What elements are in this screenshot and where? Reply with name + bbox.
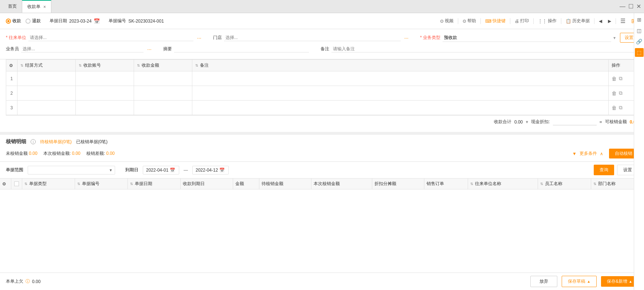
cell-amount-1[interactable] [134, 71, 192, 86]
cell-settlement-3[interactable] [17, 101, 75, 115]
sidebar-icon-3[interactable]: 🔗 [635, 37, 644, 46]
delete-icon-2[interactable]: 🗑 [612, 90, 617, 96]
counterpart-input[interactable] [28, 34, 193, 41]
filter-row: 单据范围 ▾ 到期日 2022-04-01 📅 — 2022-04-12 📅 查… [0, 161, 644, 179]
help-btn[interactable]: ⊙ 帮助 [460, 17, 478, 25]
more-conditions-label[interactable]: 更多条件 [580, 150, 597, 157]
done-tab[interactable]: 已核销单据(0笔) [76, 139, 108, 145]
copy-icon-2[interactable]: ⧉ [619, 90, 623, 96]
shortcut-btn[interactable]: ⌨ 快捷键 [483, 17, 508, 25]
date-to-input[interactable]: 2022-04-12 📅 [192, 166, 229, 175]
sort-icon-remarks[interactable]: ⇅ [195, 63, 198, 67]
cell-account-1[interactable] [75, 71, 134, 86]
cell-account-2[interactable] [75, 86, 134, 101]
menu-icon-btn[interactable]: ☰ [618, 17, 628, 25]
sort2-counterpart[interactable]: ⇅ [470, 182, 473, 186]
sort2-date[interactable]: ⇅ [130, 182, 133, 186]
store-input[interactable] [224, 34, 401, 41]
ops-btn[interactable]: ⋮⋮ 操作 [536, 17, 559, 25]
staff-more-btn[interactable]: ··· [147, 46, 152, 52]
biz-type-value[interactable]: 预收款 [443, 34, 611, 42]
counterpart-more-btn[interactable]: ··· [197, 35, 201, 41]
biz-type-label: 业务类型 [420, 35, 440, 41]
th-settings[interactable]: ⚙ [6, 60, 17, 71]
history-btn[interactable]: 📋 历史单据 [564, 17, 592, 25]
table-settings-icon[interactable]: ⚙ [9, 63, 13, 68]
cell-remarks-2[interactable] [192, 86, 609, 101]
discard-button[interactable]: 放弃 [530, 276, 557, 287]
summary-input[interactable] [174, 46, 309, 52]
sort2-store[interactable]: ⇅ [593, 182, 596, 186]
cell-settlement-2[interactable] [17, 86, 75, 101]
sort-icon-amount[interactable]: ⇅ [137, 63, 140, 67]
cell-amount-2[interactable] [134, 86, 192, 101]
staff-input[interactable] [21, 46, 144, 52]
cell-account-3[interactable] [75, 101, 134, 115]
range-select[interactable]: ▾ [28, 166, 115, 175]
save-button[interactable]: 保存&新增 ▲ [601, 276, 638, 287]
pending-tab[interactable]: 待核销单据(0笔) [40, 139, 72, 145]
staff-field: 业务员 ··· [6, 46, 152, 52]
window-maximize-icon[interactable]: ☐ [628, 3, 633, 10]
sort-icon-account[interactable]: ⇅ [79, 63, 82, 67]
print-btn[interactable]: 🖨 打印 [513, 17, 531, 25]
table2-settings-icon[interactable]: ⚙ [2, 181, 6, 187]
sidebar-icon-1[interactable]: ⊞ [635, 15, 644, 24]
verification-info-icon[interactable]: i [31, 139, 36, 144]
filter-chevron-icon[interactable]: ∧ [600, 151, 603, 156]
receipt-type-group: 收款 退款 [6, 18, 41, 24]
copy-icon-1[interactable]: ⧉ [619, 75, 623, 82]
form-row-1: 往来单位 ··· 门店 ··· 业务类型 预收款 ▾ 设置 [6, 33, 638, 43]
biz-type-chevron-icon[interactable]: ▾ [613, 35, 616, 40]
store-more-btn[interactable]: ··· [404, 35, 409, 41]
print-label: 打印 [520, 18, 529, 24]
select-all-checkbox[interactable] [14, 181, 19, 186]
th2-settings[interactable]: ⚙ [0, 179, 11, 189]
calendar-icon[interactable]: 📅 [94, 18, 100, 24]
window-minimize-icon[interactable]: — [620, 3, 625, 10]
row-num-1: 1 [6, 71, 17, 86]
sort2-type[interactable]: ⇅ [24, 182, 27, 186]
calendar-from-icon: 📅 [170, 168, 175, 173]
sort2-number[interactable]: ⇅ [77, 182, 80, 186]
sidebar-icon-4[interactable]: ⬚ [635, 48, 644, 57]
radio-receipt[interactable]: 收款 [6, 18, 21, 24]
doc-value[interactable]: SK-20230324-001 [128, 19, 164, 24]
table-row: 3 🗑 ⧉ [6, 101, 638, 115]
tab-bar: 首页 收款单 × — ☐ ✕ [0, 0, 644, 13]
cell-remarks-3[interactable] [192, 101, 609, 115]
discount-input[interactable] [553, 118, 597, 125]
date-value[interactable]: 2023-03-24 [69, 19, 91, 24]
copy-icon-3[interactable]: ⧉ [619, 105, 623, 111]
video-btn[interactable]: ⊙ 视频 [438, 17, 456, 25]
delete-icon-1[interactable]: 🗑 [612, 76, 617, 82]
remarks-input[interactable] [331, 46, 638, 52]
nav-prev-btn[interactable]: ◀ [597, 18, 604, 24]
sidebar-icon-2[interactable]: ◫ [635, 26, 644, 35]
cell-settlement-1[interactable] [17, 71, 75, 86]
date-separator: — [184, 168, 188, 173]
delete-icon-3[interactable]: 🗑 [612, 105, 617, 111]
date-from-input[interactable]: 2022-04-01 📅 [143, 166, 179, 175]
tab-close-icon[interactable]: × [43, 4, 46, 9]
nav-next-btn[interactable]: ▶ [606, 18, 613, 24]
sort-icon-settlement[interactable]: ⇅ [20, 63, 23, 67]
query-btn[interactable]: 查询 [594, 165, 614, 175]
help-label: 帮助 [467, 18, 476, 24]
th2-staff-label: 员工名称 [545, 181, 562, 186]
tab-current[interactable]: 收款单 × [22, 0, 51, 13]
th2-staff: ⇅ 员工名称 [538, 179, 591, 189]
filter-icon[interactable]: ▼ [572, 151, 577, 156]
tab-home[interactable]: 首页 [3, 0, 22, 13]
upper-icon[interactable]: ⓘ [25, 278, 30, 285]
print-icon: 🖨 [515, 19, 519, 24]
radio-refund[interactable]: 退款 [25, 18, 41, 24]
cell-remarks-1[interactable] [192, 71, 609, 86]
window-close-icon[interactable]: ✕ [636, 3, 641, 10]
date-field: 单据日期 2023-03-24 📅 [50, 18, 100, 24]
sort2-staff[interactable]: ⇅ [540, 182, 543, 186]
row-num-3: 3 [6, 101, 17, 115]
store-field: 门店 ··· [213, 34, 409, 41]
draft-button[interactable]: 保存草稿 ▲ [562, 276, 597, 287]
cell-amount-3[interactable] [134, 101, 192, 115]
